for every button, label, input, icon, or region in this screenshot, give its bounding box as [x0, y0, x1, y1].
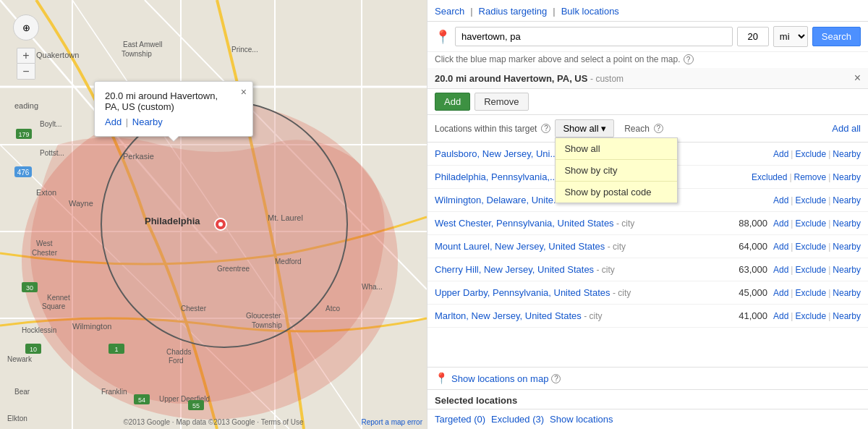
- svg-text:476: 476: [17, 169, 30, 177]
- location-name-link[interactable]: Mount Laurel, New Jersey, United States: [435, 241, 605, 252]
- table-row: West Chester, Pennsylvania, United State…: [427, 212, 868, 235]
- location-action-add[interactable]: Add: [773, 218, 788, 229]
- svg-text:30: 30: [26, 284, 33, 292]
- show-on-map-hint-icon[interactable]: ?: [551, 374, 561, 383]
- nav-search-link[interactable]: Search: [435, 6, 464, 17]
- location-action-nearby[interactable]: Nearby: [833, 265, 861, 275]
- location-action-add[interactable]: Add: [773, 311, 788, 321]
- location-name-link[interactable]: Marlton, New Jersey, United States: [435, 310, 582, 321]
- location-action-nearby[interactable]: Nearby: [833, 242, 861, 252]
- location-action-exclude[interactable]: Exclude: [795, 218, 826, 229]
- search-button[interactable]: Search: [812, 27, 861, 46]
- location-actions: Add | Exclude | Nearby: [773, 288, 861, 298]
- show-locations-link[interactable]: Show locations: [550, 414, 613, 425]
- dropdown-item-1[interactable]: Show by city: [556, 160, 677, 182]
- target-title: 20.0 mi around Havertown, PA, US - custo…: [435, 73, 848, 84]
- location-action-add[interactable]: Add: [773, 149, 788, 159]
- location-tag: - city: [594, 265, 615, 275]
- svg-text:Wilmington: Wilmington: [72, 322, 111, 331]
- svg-text:Franklin: Franklin: [101, 388, 127, 396]
- locations-hint-icon[interactable]: ?: [541, 124, 550, 133]
- search-bar: 📍 mi km Search: [427, 22, 868, 52]
- location-action-nearby[interactable]: Nearby: [833, 288, 861, 298]
- location-action-nearby[interactable]: Nearby: [833, 218, 861, 229]
- dropdown-item-0[interactable]: Show all: [556, 138, 677, 160]
- location-actions: Add | Exclude | Nearby: [773, 265, 861, 275]
- svg-text:Hocklessin: Hocklessin: [22, 326, 56, 334]
- svg-text:10: 10: [30, 346, 37, 353]
- show-all-btn[interactable]: Show all ▾: [555, 119, 614, 137]
- nav-radius-link[interactable]: Radius targeting: [479, 6, 548, 17]
- location-action-excluded[interactable]: Excluded: [752, 172, 787, 182]
- popup-nearby-link[interactable]: Nearby: [132, 116, 163, 127]
- targeted-link[interactable]: Targeted (0): [435, 414, 485, 425]
- location-name-link[interactable]: Paulsboro, New Jersey, Uni...: [435, 148, 558, 159]
- dropdown-item-2[interactable]: Show by postal code: [556, 182, 677, 203]
- target-close-btn[interactable]: ×: [854, 72, 861, 84]
- reach-hint-icon[interactable]: ?: [654, 124, 663, 133]
- location-action-nearby[interactable]: Nearby: [833, 195, 861, 205]
- svg-text:Bear: Bear: [14, 388, 30, 396]
- remove-target-btn[interactable]: Remove: [475, 93, 528, 111]
- location-name-link[interactable]: Wilmington, Delaware, Unite...: [435, 195, 561, 205]
- popup-add-link[interactable]: Add: [105, 116, 122, 127]
- location-name-link[interactable]: Philadelphia, Pennsylvania,...: [435, 171, 558, 182]
- map-panel: Quakertown East Amwell Township Prince..…: [0, 0, 427, 429]
- reach-label: Reach: [624, 124, 650, 134]
- locations-header: Locations within this target ? Show all …: [427, 115, 868, 143]
- location-action-nearby[interactable]: Nearby: [833, 172, 861, 182]
- map-copyright: ©2013 Google · Map data ©2013 Google · T…: [123, 418, 303, 426]
- location-action-add[interactable]: Add: [773, 265, 788, 275]
- location-action-exclude[interactable]: Exclude: [795, 149, 826, 159]
- location-reach: 63,000: [724, 264, 767, 275]
- radius-input[interactable]: [737, 27, 769, 46]
- map-report-link[interactable]: Report a map error: [362, 418, 422, 426]
- show-on-map-link[interactable]: Show locations on map: [451, 373, 548, 384]
- hint-row: Click the blue map marker above and sele…: [427, 52, 868, 68]
- popup-close-btn[interactable]: ×: [241, 86, 247, 98]
- add-target-btn[interactable]: Add: [435, 93, 470, 111]
- location-actions: Add | Exclude | Nearby: [773, 149, 861, 159]
- location-action-add[interactable]: Add: [773, 195, 788, 205]
- table-row: Mount Laurel, New Jersey, United States …: [427, 235, 868, 258]
- location-action-exclude[interactable]: Exclude: [795, 311, 826, 321]
- map-nav-control[interactable]: ⊕: [13, 14, 39, 41]
- location-name-link[interactable]: Cherry Hill, New Jersey, United States: [435, 264, 594, 275]
- svg-text:Township: Township: [122, 50, 152, 58]
- hint-text: Click the blue map marker above and sele…: [435, 54, 681, 64]
- right-panel: Search | Radius targeting | Bulk locatio…: [427, 0, 868, 429]
- location-action-nearby[interactable]: Nearby: [833, 311, 861, 321]
- location-action-exclude[interactable]: Exclude: [795, 195, 826, 205]
- svg-text:179: 179: [18, 131, 29, 138]
- svg-text:Mt. Laurel: Mt. Laurel: [268, 213, 303, 222]
- unit-select[interactable]: mi km: [773, 26, 808, 47]
- location-search-input[interactable]: [455, 27, 733, 46]
- zoom-in-btn[interactable]: +: [17, 48, 35, 64]
- zoom-out-btn[interactable]: −: [17, 64, 35, 80]
- svg-text:Gloucester: Gloucester: [246, 312, 281, 320]
- svg-text:55: 55: [192, 402, 200, 409]
- location-name-link[interactable]: West Chester, Pennsylvania, United State…: [435, 218, 614, 229]
- location-action-add[interactable]: Add: [773, 242, 788, 252]
- location-name-link[interactable]: Upper Darby, Pennsylvania, United States: [435, 287, 610, 298]
- excluded-link[interactable]: Excluded (3): [491, 414, 544, 425]
- svg-text:Exton: Exton: [36, 188, 56, 197]
- location-action-nearby[interactable]: Nearby: [833, 149, 861, 159]
- location-actions: Add | Exclude | Nearby: [773, 218, 861, 229]
- svg-text:West: West: [36, 239, 53, 247]
- svg-text:Ford: Ford: [169, 357, 184, 365]
- location-action-exclude[interactable]: Exclude: [795, 242, 826, 252]
- map-controls: ⊕ + −: [13, 14, 39, 80]
- show-all-dropdown: Show all Show by city Show by postal cod…: [555, 137, 678, 203]
- add-all-link[interactable]: Add all: [832, 123, 861, 134]
- svg-text:Pottst...: Pottst...: [40, 149, 64, 157]
- location-tag: - city: [610, 288, 631, 298]
- nav-bulk-link[interactable]: Bulk locations: [561, 6, 619, 17]
- location-action-exclude[interactable]: Exclude: [795, 288, 826, 298]
- svg-text:Quakertown: Quakertown: [36, 51, 79, 59]
- location-actions: Add | Exclude | Nearby: [773, 195, 861, 205]
- location-action-remove[interactable]: Remove: [794, 172, 827, 182]
- location-action-exclude[interactable]: Exclude: [795, 265, 826, 275]
- location-action-add[interactable]: Add: [773, 288, 788, 298]
- hint-icon[interactable]: ?: [684, 54, 694, 64]
